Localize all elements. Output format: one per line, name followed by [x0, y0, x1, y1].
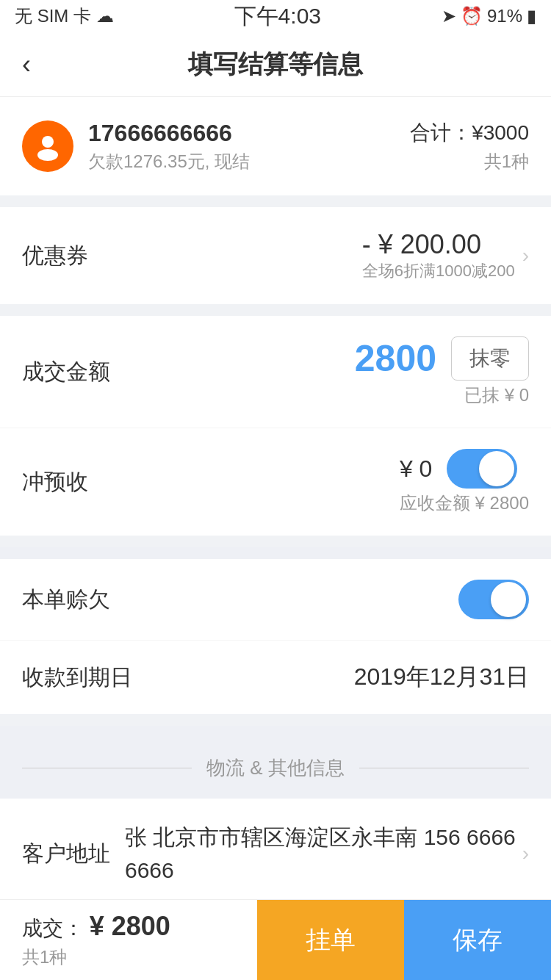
coupon-label: 优惠券	[22, 241, 88, 271]
bottom-count: 共1种	[22, 945, 235, 969]
separator	[0, 547, 551, 559]
customer-total: 合计：¥3000	[410, 119, 529, 147]
bottom-bar: 成交： ¥ 2800 共1种 挂单 保存	[0, 899, 551, 980]
separator-2	[0, 726, 551, 738]
debt-section: 本单赊欠 收款到期日 2019年12月31日	[0, 559, 551, 714]
customer-debt: 欠款1276.35元, 现结	[88, 150, 250, 173]
prepay-row: 冲预收 ¥ 0 应收金额 ¥ 2800	[0, 428, 551, 536]
nav-bar: ‹ 填写结算等信息	[0, 32, 551, 97]
due-date-value: 2019年12月31日	[354, 661, 529, 693]
logistics-label: 物流 & 其他信息	[206, 755, 345, 781]
eraze-button[interactable]: 抹零	[451, 336, 529, 381]
customer-card: 17666666666 欠款1276.35元, 现结 合计：¥3000 共1种	[0, 97, 551, 195]
hang-button[interactable]: 挂单	[257, 900, 404, 980]
transaction-section: 成交金额 2800 抹零 已抹 ¥ 0 冲预收 ¥ 0 应收金额 ¥ 2800	[0, 316, 551, 536]
amount-label: 成交金额	[22, 357, 110, 387]
svg-point-1	[37, 149, 58, 161]
debt-row: 本单赊欠	[0, 559, 551, 641]
save-button[interactable]: 保存	[404, 900, 551, 980]
address-row[interactable]: 客户地址 张 北京市市辖区海淀区永丰南 156 6666 6666 ›	[0, 799, 551, 909]
due-date-label: 收款到期日	[22, 663, 132, 693]
prepay-sub-text: 应收金额 ¥ 2800	[400, 491, 529, 515]
battery-icon: ▮	[527, 6, 536, 26]
content: 17666666666 欠款1276.35元, 现结 合计：¥3000 共1种 …	[0, 97, 551, 980]
toggle-thumb	[479, 451, 514, 486]
address-value: 张 北京市市辖区海淀区永丰南 156 6666 6666	[125, 821, 522, 887]
eraze-sub-text: 已抹 ¥ 0	[355, 383, 529, 407]
divider-line-left	[22, 768, 192, 768]
address-label: 客户地址	[22, 839, 110, 869]
coupon-desc: 全场6折满1000减200	[362, 260, 515, 282]
transaction-amount: 2800	[355, 337, 436, 380]
status-right: ➤ ⏰ 91% ▮	[442, 6, 536, 26]
sim-label: 无 SIM 卡 ☁	[15, 4, 114, 28]
clock-icon: ⏰	[461, 6, 483, 26]
due-date-row: 收款到期日 2019年12月31日	[0, 641, 551, 714]
avatar	[22, 120, 73, 172]
status-time: 下午4:03	[234, 1, 321, 32]
prepay-toggle[interactable]	[447, 449, 517, 489]
battery-label: 91%	[487, 6, 522, 26]
prepay-amount: ¥ 0	[400, 455, 432, 483]
chevron-right-icon: ›	[522, 244, 529, 267]
divider-line-right	[359, 768, 529, 768]
debt-toggle-thumb	[491, 582, 526, 617]
page-title: 填写结算等信息	[188, 48, 363, 82]
debt-label: 本单赊欠	[22, 585, 110, 615]
status-bar: 无 SIM 卡 ☁ 下午4:03 ➤ ⏰ 91% ▮	[0, 0, 551, 32]
coupon-amount: - ¥ 200.00	[362, 229, 515, 260]
address-chevron-icon: ›	[522, 842, 529, 865]
amount-row: 成交金额 2800 抹零 已抹 ¥ 0	[0, 316, 551, 428]
logistics-divider: 物流 & 其他信息	[0, 738, 551, 799]
bottom-summary: 成交： ¥ 2800 共1种	[0, 900, 257, 980]
prepay-label: 冲预收	[22, 467, 88, 497]
back-button[interactable]: ‹	[22, 49, 31, 80]
bottom-summary-amount: ¥ 2800	[90, 911, 170, 941]
svg-point-0	[42, 136, 54, 148]
customer-count: 共1种	[410, 150, 529, 173]
status-left: 无 SIM 卡 ☁	[15, 4, 114, 28]
location-icon: ➤	[442, 6, 456, 26]
debt-toggle[interactable]	[458, 580, 529, 619]
bottom-summary-label: 成交：	[22, 917, 84, 940]
coupon-row[interactable]: 优惠券 - ¥ 200.00 全场6折满1000减200 ›	[0, 207, 551, 304]
customer-phone: 17666666666	[88, 120, 250, 147]
